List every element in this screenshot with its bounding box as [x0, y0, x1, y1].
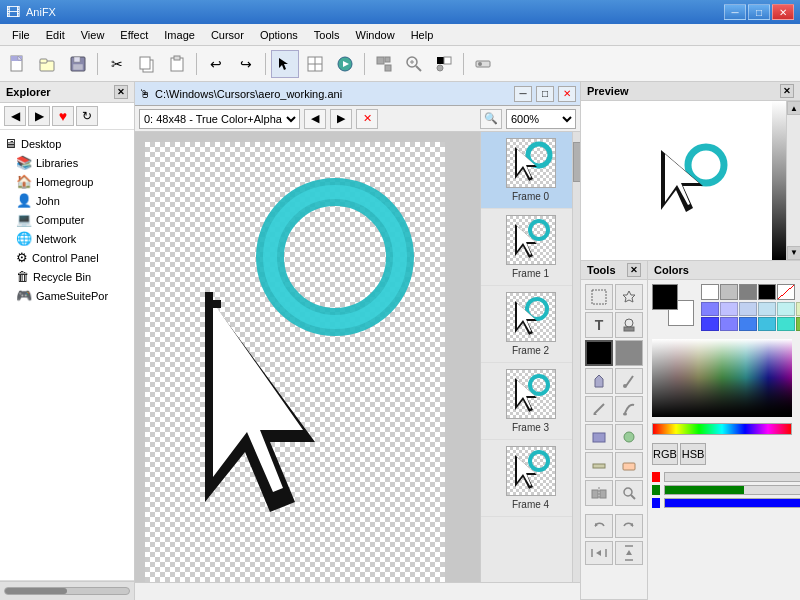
menu-file[interactable]: File — [4, 27, 38, 43]
cut-button[interactable]: ✂ — [103, 50, 131, 78]
rotate-ccw-tool[interactable] — [585, 514, 613, 538]
palette-cell[interactable] — [720, 302, 738, 316]
test-button[interactable] — [331, 50, 359, 78]
ellipse-tool[interactable] — [615, 424, 643, 450]
palette-cell[interactable] — [758, 317, 776, 331]
tree-item-recyclebin[interactable]: 🗑 Recycle Bin — [0, 267, 134, 286]
black-swatch[interactable] — [758, 284, 776, 300]
tree-item-controlpanel[interactable]: ⚙ Control Panel — [0, 248, 134, 267]
doc-close-button[interactable]: ✕ — [558, 86, 576, 102]
palette-cell[interactable] — [777, 302, 795, 316]
select-rect-tool[interactable] — [585, 284, 613, 310]
open-button[interactable] — [34, 50, 62, 78]
palette-cell[interactable] — [739, 302, 757, 316]
color-tool[interactable] — [430, 50, 458, 78]
palette-cell[interactable] — [701, 302, 719, 316]
mirror-tool[interactable] — [585, 480, 613, 506]
palette-cell[interactable] — [701, 317, 719, 331]
tree-item-computer[interactable]: 💻 Computer — [0, 210, 134, 229]
palette-cell[interactable] — [720, 317, 738, 331]
select-magic-tool[interactable] — [615, 284, 643, 310]
menu-effect[interactable]: Effect — [112, 27, 156, 43]
red-slider[interactable] — [664, 472, 800, 482]
tree-item-network[interactable]: 🌐 Network — [0, 229, 134, 248]
preview-scroll-track[interactable] — [787, 115, 800, 246]
tools-close-button[interactable]: ✕ — [627, 263, 641, 277]
fill-tool[interactable] — [585, 368, 613, 394]
fg-color-swatch[interactable] — [585, 340, 613, 366]
white-swatch[interactable] — [701, 284, 719, 300]
redo-button[interactable]: ↪ — [232, 50, 260, 78]
eyedropper-tool[interactable] — [615, 368, 643, 394]
menu-window[interactable]: Window — [348, 27, 403, 43]
undo-button[interactable]: ↩ — [202, 50, 230, 78]
palette-cell[interactable] — [796, 317, 800, 331]
pencil-tool[interactable] — [585, 396, 613, 422]
palette-cell[interactable] — [777, 317, 795, 331]
preview-scrollbar[interactable]: ▲ ▼ — [786, 101, 800, 260]
flip-h-tool[interactable] — [585, 541, 613, 565]
stamp-tool[interactable] — [615, 312, 643, 338]
lightgray-swatch[interactable] — [720, 284, 738, 300]
menu-image[interactable]: Image — [156, 27, 203, 43]
frame-delete-button[interactable]: ✕ — [356, 109, 378, 129]
menu-cursor[interactable]: Cursor — [203, 27, 252, 43]
canvas-area[interactable] — [135, 132, 480, 582]
menu-help[interactable]: Help — [403, 27, 442, 43]
zoom-tool[interactable] — [615, 480, 643, 506]
green-slider[interactable] — [664, 485, 800, 495]
select-tool[interactable] — [271, 50, 299, 78]
frame-thumb-0[interactable]: Frame 0 — [481, 132, 580, 209]
rgb-mode-button[interactable]: RGB — [652, 443, 678, 465]
preview-scroll-down-button[interactable]: ▼ — [787, 246, 800, 260]
rect-tool[interactable] — [585, 424, 613, 450]
menu-tools[interactable]: Tools — [306, 27, 348, 43]
rotate-cw-tool[interactable] — [615, 514, 643, 538]
palette-cell[interactable] — [739, 317, 757, 331]
frame-next-button[interactable]: ▶ — [330, 109, 352, 129]
menu-view[interactable]: View — [73, 27, 113, 43]
tree-item-gamesuite[interactable]: 🎮 GameSuitePor — [0, 286, 134, 305]
save-button[interactable] — [64, 50, 92, 78]
frame-thumb-4[interactable]: Frame 4 — [481, 440, 580, 517]
tree-item-libraries[interactable]: 📚 Libraries — [0, 153, 134, 172]
copy-button[interactable] — [133, 50, 161, 78]
transparent-swatch[interactable] — [777, 284, 795, 300]
hsb-mode-button[interactable]: HSB — [680, 443, 706, 465]
palette-cell[interactable] — [796, 302, 800, 316]
hotspot-tool[interactable] — [301, 50, 329, 78]
text-tool[interactable]: T — [585, 312, 613, 338]
rubber-tool[interactable] — [615, 452, 643, 478]
exp-up-button[interactable]: ♥ — [52, 106, 74, 126]
preview-close-button[interactable]: ✕ — [780, 84, 794, 98]
minimize-button[interactable]: ─ — [724, 4, 746, 20]
doc-minimize-button[interactable]: ─ — [514, 86, 532, 102]
gray-swatch[interactable] — [739, 284, 757, 300]
foreground-color-swatch[interactable] — [652, 284, 678, 310]
paste-button[interactable] — [163, 50, 191, 78]
brush-tool[interactable] — [615, 396, 643, 422]
frame-select[interactable]: 0: 48x48 - True Color+Alpha 1: 48x48 - T… — [139, 109, 300, 129]
explorer-scrollbar[interactable] — [0, 580, 134, 600]
frame-thumb-3[interactable]: Frame 3 — [481, 363, 580, 440]
extra-button[interactable] — [469, 50, 497, 78]
tree-item-john[interactable]: 👤 John — [0, 191, 134, 210]
exp-forward-button[interactable]: ▶ — [28, 106, 50, 126]
color-gradient-picker[interactable] — [652, 339, 792, 417]
maximize-button[interactable]: □ — [748, 4, 770, 20]
preview-scroll-up-button[interactable]: ▲ — [787, 101, 800, 115]
frame-thumb-1[interactable]: Frame 1 — [481, 209, 580, 286]
exp-back-button[interactable]: ◀ — [4, 106, 26, 126]
exp-refresh-button[interactable]: ↻ — [76, 106, 98, 126]
frame-thumb-2[interactable]: Frame 2 — [481, 286, 580, 363]
zoom-button[interactable] — [400, 50, 428, 78]
bg-color-swatch[interactable] — [615, 340, 643, 366]
tree-item-desktop[interactable]: 🖥 Desktop — [0, 134, 134, 153]
new-button[interactable] — [4, 50, 32, 78]
size-button[interactable] — [370, 50, 398, 78]
frame-prev-button[interactable]: ◀ — [304, 109, 326, 129]
menu-options[interactable]: Options — [252, 27, 306, 43]
flip-v-tool[interactable] — [615, 541, 643, 565]
explorer-close-button[interactable]: ✕ — [114, 85, 128, 99]
hue-slider[interactable] — [652, 423, 792, 435]
